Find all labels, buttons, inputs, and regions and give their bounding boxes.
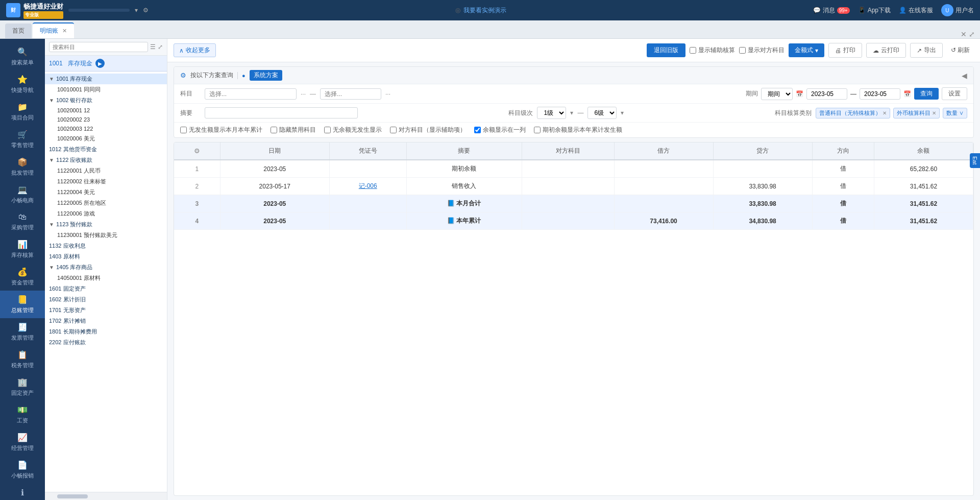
sidebar-item-quick-nav[interactable]: ⭐ 快捷导航 <box>0 70 45 98</box>
cb-period-balance-input[interactable] <box>534 127 541 133</box>
tree-item-11220001[interactable]: 11220001 人民币 <box>45 165 167 176</box>
tree-item-1001[interactable]: ▼ 1001 库存现金 <box>45 74 167 84</box>
cloud-print-button[interactable]: ☁ 云打印 <box>866 43 906 58</box>
cb-hide-disabled-input[interactable] <box>271 127 277 133</box>
sidebar-item-retail[interactable]: 🛒 零售管理 <box>0 126 45 153</box>
tag-foreign-close[interactable]: ✕ <box>932 110 936 116</box>
account-nav-arrow[interactable]: ▶ <box>95 59 105 68</box>
subject-end-ellipsis[interactable]: ··· <box>385 90 390 98</box>
tree-item-1701[interactable]: 1701 无形资产 <box>45 305 167 316</box>
scheme-tab-system[interactable]: 系统方案 <box>250 70 282 81</box>
sidebar-item-capital[interactable]: 💰 资金管理 <box>0 263 45 291</box>
sidebar-item-tax[interactable]: 📋 税务管理 <box>0 346 45 373</box>
user-profile[interactable]: U 用户名 <box>941 4 974 16</box>
tree-item-10010001[interactable]: 10010001 同同同 <box>45 84 167 95</box>
tag-normal-close[interactable]: ✕ <box>883 110 887 116</box>
message-button[interactable]: 💬 消息 99+ <box>813 6 850 15</box>
tree-item-10020006[interactable]: 10020006 美元 <box>45 133 167 144</box>
tab-detail-close[interactable]: ✕ <box>62 28 67 34</box>
cb-no-balance-input[interactable] <box>180 127 187 133</box>
sidebar-item-assets[interactable]: 🏢 固定资产 <box>0 373 45 401</box>
sidebar-item-operation[interactable]: 📈 经营管理 <box>0 428 45 456</box>
tree-item-1405[interactable]: ▼ 1405 库存商品 <box>45 262 167 273</box>
tree-item-11220004[interactable]: 11220004 美元 <box>45 187 167 198</box>
app-download-button[interactable]: 📱 App下载 <box>858 6 891 15</box>
period-start-icon[interactable]: 📅 <box>796 90 803 98</box>
sidebar-item-basic[interactable]: ℹ 基础信息 <box>0 484 45 500</box>
side-tab-eat[interactable]: Eat <box>970 153 980 168</box>
sidebar-item-wholesale[interactable]: 📦 批发管理 <box>0 153 45 181</box>
dropdown-arrow[interactable]: ▾ <box>135 7 138 14</box>
tree-item-11220006[interactable]: 11220006 游戏 <box>45 208 167 219</box>
table-gear-icon[interactable]: ⚙ <box>194 147 200 155</box>
collapse-more-button[interactable]: ∧ 收起更多 <box>174 43 216 57</box>
cb-balance-col-input[interactable] <box>474 127 481 133</box>
tag-quantity[interactable]: 数量 ∨ <box>943 108 967 118</box>
period-end-icon[interactable]: 📅 <box>903 90 911 98</box>
show-opposite-input[interactable] <box>739 47 746 54</box>
filter-settings-button[interactable]: 设置 <box>942 87 967 100</box>
search-bar[interactable] <box>68 9 130 12</box>
period-start-input[interactable] <box>806 88 847 100</box>
tree-item-1601[interactable]: 1601 固定资产 <box>45 283 167 294</box>
sidebar-item-invoice[interactable]: 🧾 发票管理 <box>0 318 45 346</box>
tree-item-1122[interactable]: ▼ 1122 应收账款 <box>45 155 167 165</box>
tree-item-1132[interactable]: 1132 应收利息 <box>45 241 167 251</box>
tree-item-2202[interactable]: 2202 应付账款 <box>45 337 167 348</box>
tree-item-1002[interactable]: ▼ 1002 银行存款 <box>45 95 167 106</box>
expand-icon[interactable]: ⤢ <box>158 43 163 51</box>
export-button[interactable]: ↗ 导出 <box>910 43 943 58</box>
cb-opposite-input[interactable] <box>390 127 397 133</box>
tag-normal[interactable]: 普通科目（无特殊核算） ✕ <box>816 108 890 118</box>
show-aux-input[interactable] <box>690 47 696 54</box>
sidebar-item-general[interactable]: 📒 总账管理 <box>0 291 45 318</box>
online-service-button[interactable]: 👤 在线客服 <box>899 6 933 15</box>
level-start-select[interactable]: 1级2级3级 <box>537 107 566 119</box>
demo-button[interactable]: 我要看实例演示 <box>463 6 506 15</box>
list-view-icon[interactable]: ☰ <box>150 43 156 51</box>
voucher-link-2[interactable]: 记-006 <box>359 182 377 189</box>
tree-item-1801[interactable]: 1801 长期待摊费用 <box>45 326 167 337</box>
subject-ellipsis[interactable]: ··· <box>301 90 306 98</box>
sidebar-item-ecommerce[interactable]: 💻 小畅电商 <box>0 181 45 208</box>
period-end-input[interactable] <box>860 88 900 100</box>
sidebar-item-search[interactable]: 🔍 搜索菜单 <box>0 43 45 70</box>
filter-collapse-icon[interactable]: ◀ <box>962 72 967 80</box>
maximize-icon[interactable]: ⤢ <box>969 30 975 38</box>
close-window-icon[interactable]: ✕ <box>961 30 967 38</box>
tab-detail[interactable]: 明细账 ✕ <box>33 22 74 38</box>
filter-settings-icon[interactable]: ● <box>242 73 246 79</box>
tree-item-1702[interactable]: 1702 累计摊销 <box>45 316 167 326</box>
query-button[interactable]: 查询 <box>914 88 939 100</box>
sidebar-item-payroll[interactable]: 💵 工资 <box>0 401 45 428</box>
tree-item-11220005[interactable]: 11220005 所在地区 <box>45 198 167 208</box>
account-search-input[interactable] <box>49 42 148 52</box>
tree-item-1012[interactable]: 1012 其他货币资金 <box>45 144 167 155</box>
style-button[interactable]: 金额式 ▾ <box>789 43 824 57</box>
tree-item-11220002[interactable]: 11220002 往来标签 <box>45 176 167 187</box>
sidebar-item-inventory[interactable]: 📊 库存核算 <box>0 235 45 263</box>
settings-icon[interactable]: ⚙ <box>143 7 149 14</box>
level-end-select[interactable]: 6级5级4级 <box>587 107 617 119</box>
tag-foreign[interactable]: 外币核算科目 ✕ <box>893 108 940 118</box>
subject-end-input[interactable] <box>320 88 381 100</box>
period-type-select[interactable]: 期间 <box>761 88 793 100</box>
sidebar-item-purchase[interactable]: 🛍 采购管理 <box>0 208 45 235</box>
tree-item-1403[interactable]: 1403 原材料 <box>45 251 167 262</box>
summary-input[interactable] <box>205 107 358 118</box>
sidebar-item-project[interactable]: 📁 项目合同 <box>0 98 45 126</box>
tree-item-1123[interactable]: ▼ 1123 预付账款 <box>45 219 167 230</box>
tab-home[interactable]: 首页 <box>5 23 32 38</box>
tree-item-1602[interactable]: 1602 累计折旧 <box>45 294 167 305</box>
tree-item-10020002[interactable]: 10020002 23 <box>45 115 167 124</box>
sidebar-item-report[interactable]: 📄 小畅报销 <box>0 456 45 484</box>
tree-item-14050001[interactable]: 14050001 原材料 <box>45 273 167 283</box>
print-button[interactable]: 🖨 打印 <box>828 43 862 58</box>
tree-item-11230001[interactable]: 11230001 预付账款美元 <box>45 230 167 241</box>
cb-no-balance2-input[interactable] <box>324 127 331 133</box>
refresh-button[interactable]: ↺ 刷新 <box>947 43 974 57</box>
tree-item-10020001[interactable]: 10020001 12 <box>45 106 167 115</box>
return-button[interactable]: 退回旧版 <box>647 43 685 57</box>
tree-item-10020003[interactable]: 10020003 122 <box>45 124 167 133</box>
scrollbar-thumb[interactable] <box>57 494 88 498</box>
